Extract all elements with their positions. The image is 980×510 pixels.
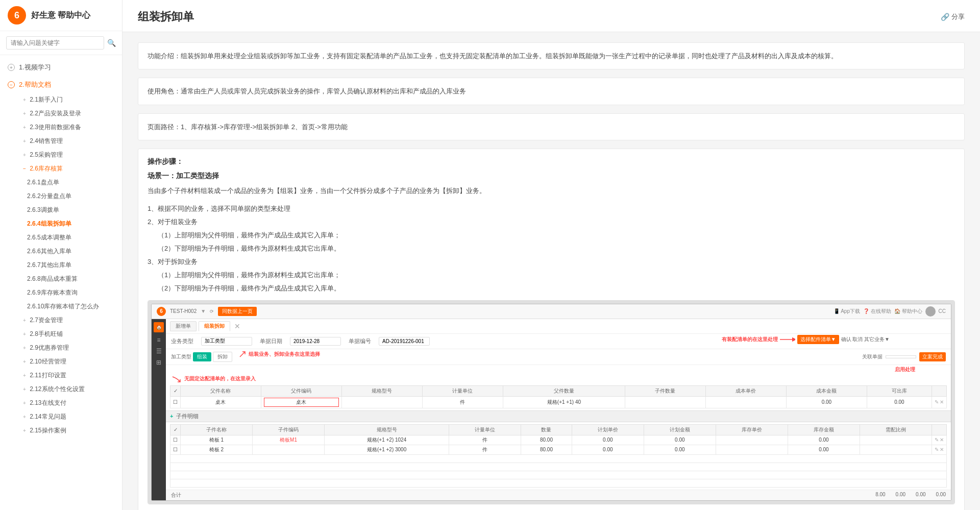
- share-label: 分享: [951, 12, 965, 21]
- plus-icon-213: +: [23, 400, 26, 406]
- step2-sub1: （1）上部明细为父件明细，最终作为产成品生成其它入库单；: [158, 229, 955, 242]
- mock-prev-btn[interactable]: 同数据上一页: [218, 307, 257, 316]
- sidebar-item-stocktake[interactable]: 2.6.1盘点单: [23, 176, 122, 189]
- collapse-icon-2: −: [8, 81, 15, 88]
- mock-ld-check-1[interactable]: ☐: [170, 435, 181, 445]
- sidebar-item-beginner[interactable]: + 2.1新手入门: [18, 93, 122, 107]
- mock-delete-icon-1[interactable]: ✕: [940, 437, 944, 443]
- sidebar-item-assembly[interactable]: 2.6.4组装拆卸单: [23, 217, 122, 231]
- mock-label-order: 单据编号: [349, 337, 371, 345]
- mock-edit-icon-1[interactable]: ✎: [935, 437, 939, 443]
- sidebar-item-partial-stocktake[interactable]: 2.6.2分量盘点单: [23, 189, 122, 203]
- mock-type-disassemble[interactable]: 拆卸: [213, 352, 232, 362]
- table-row: [170, 454, 947, 463]
- table-row: ☐ 桌木 桌木 件 规格(+1 +1) 40: [170, 396, 947, 408]
- nav-section-2: − 2.帮助文档 + 2.1新手入门 + 2.2产品安装及登录 + 2.3使用前…: [0, 77, 122, 438]
- table-row: [170, 463, 947, 471]
- sidebar-item-cost-adjust[interactable]: 2.6.5成本调整单: [23, 231, 122, 245]
- mock-input-date[interactable]: [290, 337, 341, 346]
- mock-label-date: 单据日期: [260, 337, 282, 345]
- mock-lh-m: [932, 424, 947, 435]
- sidebar-item-data-prep[interactable]: + 2.3使用前数据准备: [18, 120, 122, 134]
- mock-ld-code-1: 椅板M1: [253, 435, 325, 445]
- mock-cell-cprice: [705, 396, 786, 408]
- mock-process-annotation-row: 启用处理: [166, 365, 951, 374]
- plus-icon-214: +: [23, 414, 26, 420]
- mock-annotation-bom: 有装配清单的在这里处理 选择配件清单▼ 确认 取消 其它业务▼: [722, 335, 890, 344]
- sidebar-item-payment[interactable]: + 2.13在线支付: [18, 396, 122, 410]
- mock-col-spec: 规格型号: [341, 385, 422, 396]
- mock-type-arrow: [237, 349, 248, 359]
- mock-tabs: 新增单 组装拆卸 ✕: [166, 319, 951, 334]
- sidebar-item-cases[interactable]: + 2.15操作案例: [18, 424, 122, 438]
- sidebar-item-stock-fix[interactable]: 2.6.10库存账本错了怎么办: [23, 300, 122, 313]
- mock-col-cost-amount: 成本金额: [786, 385, 867, 396]
- mock-section-divider: + 子件明细: [166, 410, 951, 422]
- share-button[interactable]: 🔗 分享: [941, 12, 965, 21]
- mock-ld-pa-2: 0.00: [644, 445, 716, 454]
- mock-form-row-1: 业务类型 单据日期 单据编号: [171, 337, 430, 346]
- sidebar-item-custom[interactable]: + 2.12系统个性化设置: [18, 382, 122, 396]
- mock-tab-assembly[interactable]: 组装拆卸: [199, 321, 230, 331]
- mock-cell-pqty: 规格(+1 +1) 40: [503, 396, 625, 408]
- sidebar-item-mobile[interactable]: + 2.8手机旺铺: [18, 327, 122, 341]
- mock-close-icon[interactable]: ✕: [234, 322, 240, 330]
- mock-input-type[interactable]: [201, 337, 252, 346]
- sidebar-item-other-in[interactable]: 2.6.6其他入库单: [23, 245, 122, 258]
- mock-col-check: ✓: [170, 385, 181, 396]
- mock-type-ann-text: 组装业务、拆卸业务在这里选择: [249, 351, 320, 358]
- mock-cell-check[interactable]: ☐: [170, 396, 181, 408]
- step1: 1、根据不同的业务，选择不同单据的类型来处理: [148, 202, 955, 215]
- mock-topbar-right: 📱 App下载 ❓ 在线帮助 🏠 帮助中心 CC: [834, 306, 946, 317]
- mock-delete-icon[interactable]: ✕: [940, 399, 944, 405]
- sidebar-item-transfer[interactable]: 2.6.3调拨单: [23, 203, 122, 217]
- search-input[interactable]: [6, 36, 104, 50]
- sidebar-item-coupon[interactable]: + 2.9优惠券管理: [18, 341, 122, 355]
- app-logo: 6: [8, 6, 26, 25]
- mock-process-input[interactable]: [886, 355, 916, 358]
- sidebar-item-faq[interactable]: + 2.14常见问题: [18, 410, 122, 424]
- content-area: 功能介绍：组装拆卸单用来处理企业组装或拆卸等加工业务，支持有固定装配清单的产品加…: [122, 32, 980, 510]
- intro-text: 功能介绍：组装拆卸单用来处理企业组装或拆卸等加工业务，支持有固定装配清单的产品加…: [148, 52, 838, 60]
- search-box: 🔍: [0, 31, 122, 55]
- sidebar-header: 6 好生意 帮助中心: [0, 0, 122, 31]
- mock-upper-table-area: 无固定达配清单的，在这里录入 ✓ 父件名称 父件编码: [166, 374, 951, 410]
- mock-pcode-input[interactable]: 桌木: [264, 398, 339, 407]
- sidebar-item-other-out[interactable]: 2.6.7其他出库单: [23, 258, 122, 272]
- mock-edit-icon[interactable]: ✎: [935, 399, 939, 405]
- sidebar-item-sales[interactable]: + 2.4销售管理: [18, 134, 122, 148]
- sidebar-item-docs[interactable]: − 2.帮助文档: [0, 77, 122, 93]
- mock-tab-new[interactable]: 新增单: [170, 321, 197, 331]
- sidebar-item-ops[interactable]: + 2.10经营管理: [18, 355, 122, 369]
- sidebar-item-stock-query[interactable]: 2.6.9库存账本查询: [23, 286, 122, 300]
- mock-input-order[interactable]: [379, 337, 430, 346]
- sidebar-item-print[interactable]: + 2.11打印设置: [18, 369, 122, 382]
- mock-action-btns: 确认 取消 其它业务▼: [841, 336, 890, 343]
- table-row: [170, 471, 947, 479]
- mock-process-btn[interactable]: 立案完成: [919, 352, 946, 361]
- mock-cell-avail: 0.00: [867, 396, 932, 408]
- ops-title: 操作步骤：: [148, 157, 955, 166]
- app-name: 好生意 帮助中心: [31, 10, 90, 21]
- sidebar-item-videos[interactable]: + 1.视频学习: [0, 59, 122, 76]
- sidebar-item-inventory[interactable]: − 2.6库存核算: [18, 162, 122, 176]
- mock-ld-check-2[interactable]: ☐: [170, 445, 181, 454]
- mock-ld-sa-1: 0.00: [788, 435, 860, 445]
- mock-col-child-qty: 子件数量: [625, 385, 705, 396]
- mock-choose-btn[interactable]: 选择配件清单▼: [797, 335, 839, 344]
- mock-type-assemble[interactable]: 组装: [193, 352, 211, 361]
- sidebar-item-cost-recalc[interactable]: 2.6.8商品成本重算: [23, 272, 122, 286]
- role-box: 使用角色：通常由生产人员或库管人员完成拆装业务的操作，库管人员确认原材料的出库和…: [138, 78, 965, 105]
- mock-ld-sp-2: [716, 445, 788, 454]
- mock-edit-icon-2[interactable]: ✎: [935, 447, 939, 452]
- mock-ld-qty-1: 80.00: [521, 435, 572, 445]
- sidebar-item-finance[interactable]: + 2.7资金管理: [18, 313, 122, 327]
- mock-col-cost-price: 成本单价: [705, 385, 786, 396]
- mock-process-area: 关联单据 立案完成: [862, 352, 946, 361]
- sidebar-item-install[interactable]: + 2.2产品安装及登录: [18, 107, 122, 120]
- mock-delete-icon-2[interactable]: ✕: [940, 447, 944, 452]
- mock-ld-pp-2: 0.00: [572, 445, 644, 454]
- plus-icon-24: +: [23, 138, 26, 144]
- search-button[interactable]: 🔍: [107, 39, 116, 47]
- sidebar-item-purchase[interactable]: + 2.5采购管理: [18, 148, 122, 162]
